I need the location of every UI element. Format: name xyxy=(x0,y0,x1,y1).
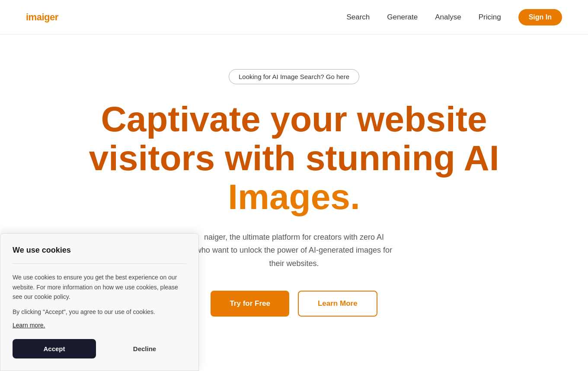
cookie-accept-note: By clicking "Accept", you agree to our u… xyxy=(13,307,186,317)
cookie-divider xyxy=(13,263,186,264)
hero-title-line3: Images. xyxy=(228,177,360,216)
logo[interactable]: imaiger xyxy=(26,12,58,23)
nav-links: Search Generate Analyse Pricing Sign In xyxy=(346,9,562,25)
cookie-learn-more-link[interactable]: Learn more. xyxy=(13,322,186,329)
cookie-title: We use cookies xyxy=(13,246,186,255)
cookie-decline-button[interactable]: Decline xyxy=(103,339,186,358)
cookie-banner: We use cookies We use cookies to ensure … xyxy=(0,233,199,371)
hero-badge[interactable]: Looking for AI Image Search? Go here xyxy=(229,69,359,84)
nav-generate[interactable]: Generate xyxy=(387,13,418,21)
hero-subtitle-prefix: naiger, the ultimate platform for creato… xyxy=(204,233,384,241)
navbar: imaiger Search Generate Analyse Pricing … xyxy=(0,0,588,35)
cookie-body: We use cookies to ensure you get the bes… xyxy=(13,273,186,301)
hero-subtitle-middle: who want to unlock the power of AI-gener… xyxy=(196,246,392,254)
cookie-accept-button[interactable]: Accept xyxy=(13,339,96,358)
learn-more-button[interactable]: Learn More xyxy=(298,291,377,317)
signin-button[interactable]: Sign In xyxy=(518,9,562,25)
hero-buttons: Try for Free Learn More xyxy=(211,291,377,317)
nav-pricing[interactable]: Pricing xyxy=(479,13,501,21)
hero-title: Captivate your website visitors with stu… xyxy=(89,100,499,217)
hero-title-line1: Captivate your website xyxy=(101,99,487,139)
cookie-buttons: Accept Decline xyxy=(13,339,186,358)
hero-subtitle-suffix: their websites. xyxy=(269,259,319,268)
nav-search[interactable]: Search xyxy=(346,13,370,21)
hero-title-line2: visitors with stunning AI xyxy=(89,138,499,178)
hero-subtitle: naiger, the ultimate platform for creato… xyxy=(196,231,392,270)
try-for-free-button[interactable]: Try for Free xyxy=(211,291,289,317)
nav-analyse[interactable]: Analyse xyxy=(435,13,461,21)
